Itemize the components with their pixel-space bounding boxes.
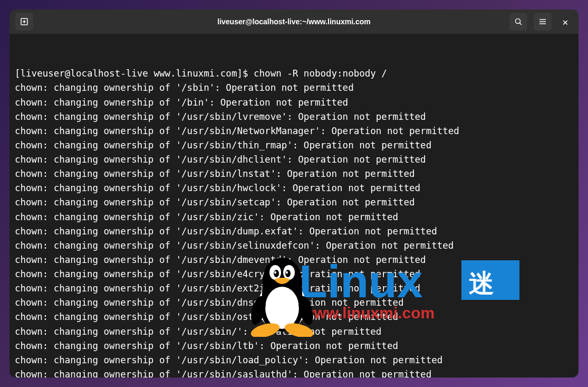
terminal-window: liveuser@localhost-live:~/www.linuxmi.co… <box>9 10 579 377</box>
search-button[interactable] <box>509 13 527 31</box>
terminal-output-line: chown: changing ownership of '/usr/sbin/… <box>15 353 573 367</box>
terminal-output-line: chown: changing ownership of '/usr/sbin/… <box>15 253 573 267</box>
terminal-output-line: chown: changing ownership of '/usr/sbin/… <box>15 167 573 181</box>
terminal-output-line: chown: changing ownership of '/usr/sbin/… <box>15 210 573 224</box>
terminal-output-line: chown: changing ownership of '/usr/sbin/… <box>15 110 573 124</box>
titlebar-left <box>14 13 35 31</box>
titlebar: liveuser@localhost-live:~/www.linuxmi.co… <box>9 10 579 34</box>
terminal-output-line: chown: changing ownership of '/usr/sbin/… <box>15 195 573 210</box>
terminal-output-line: chown: changing ownership of '/usr/sbin/… <box>15 281 573 296</box>
new-tab-icon <box>20 17 28 26</box>
titlebar-right: ✕ <box>508 13 574 31</box>
terminal-output-line: chown: changing ownership of '/usr/sbin/… <box>15 181 573 195</box>
close-button[interactable]: ✕ <box>556 13 574 31</box>
menu-button[interactable] <box>534 13 552 31</box>
terminal-output-line: chown: changing ownership of '/usr/sbin/… <box>15 325 573 339</box>
terminal-output-line: chown: changing ownership of '/usr/sbin/… <box>15 296 573 310</box>
terminal-output-line: chown: changing ownership of '/usr/sbin/… <box>15 239 573 253</box>
terminal-output-line: chown: changing ownership of '/usr/sbin/… <box>15 310 573 324</box>
terminal-output-line: chown: changing ownership of '/usr/sbin/… <box>15 339 573 353</box>
svg-point-3 <box>516 19 520 24</box>
search-icon <box>514 17 523 26</box>
svg-line-4 <box>520 23 522 25</box>
terminal-output-line: chown: changing ownership of '/usr/sbin/… <box>15 138 573 153</box>
close-icon: ✕ <box>563 16 568 27</box>
terminal-output-line: chown: changing ownership of '/usr/sbin/… <box>15 267 573 281</box>
terminal-output-line: chown: changing ownership of '/usr/sbin/… <box>15 124 573 138</box>
terminal-output-line: chown: changing ownership of '/usr/sbin/… <box>15 153 573 167</box>
terminal-output-line: chown: changing ownership of '/usr/sbin/… <box>15 224 573 239</box>
terminal-content[interactable]: [liveuser@localhost-live www.linuxmi.com… <box>9 34 579 377</box>
terminal-output-line: chown: changing ownership of '/bin': Ope… <box>15 96 573 110</box>
terminal-output-line: chown: changing ownership of '/sbin': Op… <box>15 81 573 95</box>
terminal-prompt-line: [liveuser@localhost-live www.linuxmi.com… <box>15 67 573 81</box>
hamburger-menu-icon <box>538 17 547 26</box>
terminal-output-line: chown: changing ownership of '/usr/sbin/… <box>15 367 573 377</box>
window-title: liveuser@localhost-live:~/www.linuxmi.co… <box>217 17 371 26</box>
new-tab-button[interactable] <box>15 13 33 31</box>
